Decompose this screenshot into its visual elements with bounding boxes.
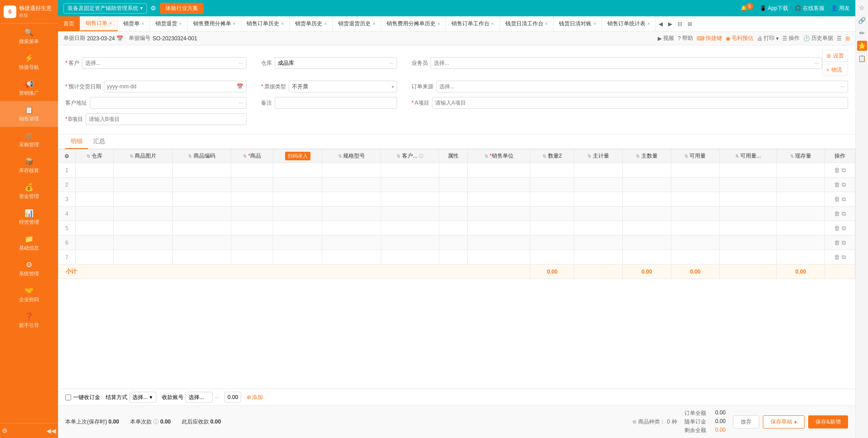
row-warehouse[interactable]	[75, 207, 113, 221]
row-delete-icon[interactable]: 🗑	[834, 254, 840, 260]
rp-icon-1[interactable]: ☆	[857, 3, 867, 13]
warehouse-input-wrap[interactable]: ···	[275, 57, 397, 69]
tab-sales-order[interactable]: 销售订单 ×	[80, 16, 118, 31]
row-warehouse[interactable]	[75, 221, 113, 236]
row-warehouse[interactable]	[75, 178, 113, 192]
row-warehouse[interactable]	[75, 192, 113, 207]
customer-input-wrap[interactable]: ···	[82, 57, 247, 69]
profit-estimate-btn[interactable]: ◉ 毛利预估	[726, 34, 753, 42]
addons-btn[interactable]: + 物流	[822, 64, 848, 76]
salesperson-input-wrap[interactable]: ···	[431, 57, 822, 69]
row-warehouse[interactable]	[75, 163, 113, 178]
row-spec[interactable]	[322, 192, 381, 207]
b-project-wrap[interactable]	[86, 113, 247, 125]
tab-invoice-history[interactable]: 销货单历史 ×	[290, 16, 333, 31]
row-copy-icon[interactable]: ⧉	[842, 225, 846, 232]
tab-sales-order-history[interactable]: 销售订单历史 ×	[241, 16, 290, 31]
row-code[interactable]	[172, 192, 231, 207]
row-code[interactable]	[172, 207, 231, 221]
row-code[interactable]	[172, 221, 231, 236]
row-main-qty[interactable]	[623, 221, 671, 236]
sidebar-item-基础信息[interactable]: 📁 基础信息	[0, 230, 58, 256]
row-customer-spec[interactable]	[381, 163, 439, 178]
sidebar-item-采购管理[interactable]: 🛒 采购管理	[0, 127, 58, 153]
sidebar-item-销售管理[interactable]: 📋 销售管理	[0, 101, 58, 127]
sidebar-settings-icon[interactable]: ⚙	[2, 427, 8, 434]
abandon-button[interactable]: 放弃	[733, 415, 759, 428]
row-qty2[interactable]	[530, 236, 574, 250]
b-project-input[interactable]	[89, 116, 243, 122]
delivery-date-input[interactable]	[107, 83, 237, 90]
sidebar-item-库存核算[interactable]: 📦 库存核算	[0, 153, 58, 178]
row-delete-icon[interactable]: 🗑	[834, 239, 840, 246]
remark-input[interactable]	[278, 100, 394, 106]
delivery-calendar-icon[interactable]: 📅	[237, 83, 243, 90]
row-code[interactable]	[172, 163, 231, 178]
row-sales-unit[interactable]	[467, 236, 530, 250]
row-sales-unit[interactable]	[467, 250, 530, 265]
tab-daily-clear[interactable]: 钱货日清工作台 ×	[500, 16, 554, 31]
row-sales-unit[interactable]	[467, 207, 530, 221]
row-main-qty[interactable]	[623, 192, 671, 207]
row-qty2[interactable]	[530, 207, 574, 221]
row-product[interactable]	[231, 221, 273, 236]
row-warehouse[interactable]	[75, 236, 113, 250]
a-project-input[interactable]	[435, 100, 845, 106]
barcode-scan-btn[interactable]: 扫码录入	[285, 152, 310, 160]
sidebar-item-快捷导航[interactable]: ⚡ 快捷导航	[0, 49, 58, 75]
row-product[interactable]	[231, 236, 273, 250]
row-customer-spec[interactable]	[381, 207, 439, 221]
one-click-checkbox[interactable]: 一键收订金	[65, 394, 100, 401]
tab-close-expense-history[interactable]: ×	[437, 21, 440, 26]
col-settings[interactable]: ⚙	[58, 149, 76, 163]
col-barcode[interactable]: 扫码录入	[273, 149, 322, 163]
customer-input[interactable]	[85, 60, 239, 66]
row-qty2[interactable]	[530, 250, 574, 265]
row-warehouse[interactable]	[75, 250, 113, 265]
tab-close-stats[interactable]: ×	[647, 21, 650, 26]
row-product[interactable]	[231, 163, 273, 178]
row-copy-icon[interactable]: ⧉	[842, 239, 846, 246]
row-attribute[interactable]	[439, 221, 468, 236]
row-delete-icon[interactable]: 🗑	[834, 196, 840, 202]
row-main-qty[interactable]	[623, 163, 671, 178]
tab-next-icon[interactable]: ▶	[665, 21, 675, 27]
tab-sales-invoice[interactable]: 销货单 ×	[118, 16, 150, 31]
salesperson-more-icon[interactable]: ···	[815, 60, 819, 66]
sidebar-item-营销推广[interactable]: 📢 营销推广	[0, 75, 58, 101]
customer-address-input[interactable]	[93, 100, 239, 106]
row-copy-icon[interactable]: ⧉	[842, 181, 846, 188]
customer-address-wrap[interactable]: ···	[90, 97, 247, 109]
warehouse-more-icon[interactable]: ···	[389, 60, 394, 66]
history-btn[interactable]: 🕐 历史单据	[803, 34, 833, 42]
row-copy-icon[interactable]: ⧉	[842, 210, 846, 217]
row-attribute[interactable]	[439, 207, 468, 221]
layout-list-icon[interactable]: ☰	[837, 35, 842, 42]
one-click-check[interactable]	[65, 395, 71, 400]
rp-icon-5[interactable]: 📋	[857, 53, 867, 63]
tab-close-invoice-history[interactable]: ×	[324, 21, 327, 26]
row-sales-unit[interactable]	[467, 192, 530, 207]
address-more-icon[interactable]: ···	[239, 100, 243, 106]
row-sales-unit[interactable]	[467, 178, 530, 192]
row-customer-spec[interactable]	[381, 236, 439, 250]
view-video-btn[interactable]: ▶ 视频	[658, 34, 674, 42]
tab-home[interactable]: 首页	[58, 16, 80, 31]
row-customer-spec[interactable]	[381, 178, 439, 192]
print-btn[interactable]: 🖨 打印 ▾	[757, 34, 779, 42]
online-support-link[interactable]: 🎧 在线客服	[795, 5, 824, 12]
tab-close-sales-invoice[interactable]: ×	[141, 21, 144, 26]
row-product[interactable]	[231, 207, 273, 221]
tab-close-sales-expense[interactable]: ×	[233, 21, 236, 26]
save-draft-button[interactable]: 保存草稿 ▾	[763, 415, 805, 428]
row-customer-spec[interactable]	[381, 250, 439, 265]
tab-summary[interactable]: 汇总	[88, 135, 111, 149]
row-code[interactable]	[172, 178, 231, 192]
account-select[interactable]: 选择...	[185, 392, 213, 403]
tab-close-sales-return[interactable]: ×	[179, 21, 182, 26]
row-customer-spec[interactable]	[381, 192, 439, 207]
delivery-date-wrap[interactable]: 📅	[104, 81, 247, 92]
tab-sales-expense[interactable]: 销售费用分摊单 ×	[188, 16, 242, 31]
tab-workbench[interactable]: 销售订单工作台 ×	[446, 16, 500, 31]
calendar-icon[interactable]: 📅	[116, 35, 123, 42]
